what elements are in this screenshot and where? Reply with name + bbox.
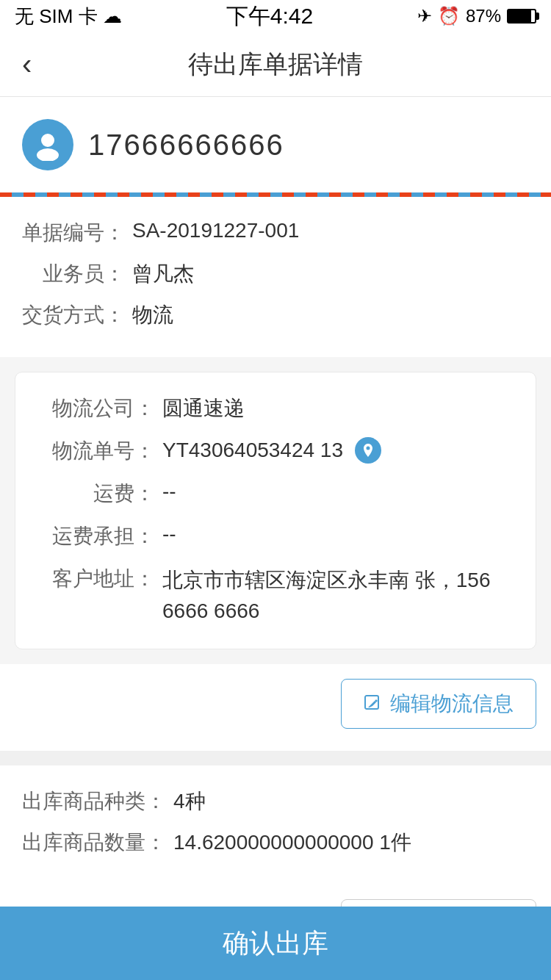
edit-btn-row: 编辑物流信息 [0, 664, 551, 751]
confirm-button[interactable]: 确认出库 [0, 907, 551, 980]
content-area: 17666666666 单据编号： SA-20191227-001 业务员： 曾… [0, 97, 551, 980]
nav-bar: ‹ 待出库单据详情 [0, 32, 551, 97]
delivery-value: 物流 [132, 301, 529, 329]
logistics-company-value: 圆通速递 [162, 394, 514, 422]
freight-bearer-row: 运费承担： -- [37, 522, 514, 550]
delivery-row: 交货方式： 物流 [22, 301, 529, 329]
logistics-tracking-row: 物流单号： YT43064053424 13 [37, 437, 514, 465]
doc-number-label: 单据编号： [22, 219, 125, 247]
goods-type-label: 出库商品种类： [22, 788, 166, 815]
edit-btn-label: 编辑物流信息 [390, 690, 514, 718]
goods-type-value: 4种 [173, 788, 529, 815]
edit-icon [364, 694, 383, 713]
logistics-company-label: 物流公司： [37, 394, 155, 422]
confirm-label: 确认出库 [223, 926, 328, 962]
address-value: 北京市市辖区海淀区永丰南 张，156 6666 6666 [162, 565, 514, 627]
svg-rect-2 [365, 696, 378, 709]
logistics-tracking-label: 物流单号： [37, 437, 155, 465]
user-phone: 17666666666 [88, 129, 284, 162]
goods-quantity-row: 出库商品数量： 14.620000000000000 1件 [22, 829, 529, 857]
logistics-company-row: 物流公司： 圆通速递 [37, 394, 514, 422]
freight-label: 运费： [37, 480, 155, 508]
order-info-section: 单据编号： SA-20191227-001 业务员： 曾凡杰 交货方式： 物流 [0, 197, 551, 357]
svg-point-0 [41, 134, 54, 147]
edit-logistics-button[interactable]: 编辑物流信息 [341, 679, 536, 729]
freight-bearer-label: 运费承担： [37, 522, 155, 550]
location-icon[interactable] [355, 437, 381, 464]
address-label: 客户地址： [37, 565, 155, 593]
salesperson-value: 曾凡杰 [132, 260, 529, 288]
status-time: 下午4:42 [226, 1, 313, 32]
goods-type-row: 出库商品种类： 4种 [22, 788, 529, 815]
logistics-tracking-value: YT43064053424 13 [162, 437, 514, 464]
status-bar: 无 SIM 卡 ☁ 下午4:42 ✈ ⏰ 87% [0, 0, 551, 32]
battery-icon [507, 9, 536, 24]
address-row: 客户地址： 北京市市辖区海淀区永丰南 张，156 6666 6666 [37, 565, 514, 627]
doc-number-value: SA-20191227-001 [132, 219, 529, 242]
freight-bearer-value: -- [162, 522, 514, 546]
back-button[interactable]: ‹ [22, 48, 32, 81]
separator [0, 751, 551, 765]
tracking-number: YT43064053424 13 [162, 439, 343, 462]
logistics-card: 物流公司： 圆通速递 物流单号： YT43064053424 13 运费： --… [15, 372, 536, 649]
goods-quantity-label: 出库商品数量： [22, 829, 166, 857]
battery-level: 87% [466, 6, 501, 26]
sim-status: 无 SIM 卡 ☁ [15, 4, 122, 29]
salesperson-row: 业务员： 曾凡杰 [22, 260, 529, 288]
freight-row: 运费： -- [37, 480, 514, 508]
status-right: ✈ ⏰ 87% [417, 6, 536, 26]
doc-number-row: 单据编号： SA-20191227-001 [22, 219, 529, 247]
goods-section: 出库商品种类： 4种 出库商品数量： 14.620000000000000 1件 [0, 765, 551, 884]
svg-point-1 [37, 148, 59, 161]
status-left: 无 SIM 卡 ☁ [15, 4, 122, 29]
goods-quantity-value: 14.620000000000000 1件 [173, 829, 529, 857]
user-section: 17666666666 [0, 97, 551, 192]
location-status-icon: ✈ [417, 6, 432, 26]
salesperson-label: 业务员： [22, 260, 125, 288]
avatar [22, 119, 73, 170]
freight-value: -- [162, 480, 514, 503]
page-title: 待出库单据详情 [188, 48, 363, 82]
alarm-icon: ⏰ [438, 6, 460, 26]
delivery-label: 交货方式： [22, 301, 125, 329]
